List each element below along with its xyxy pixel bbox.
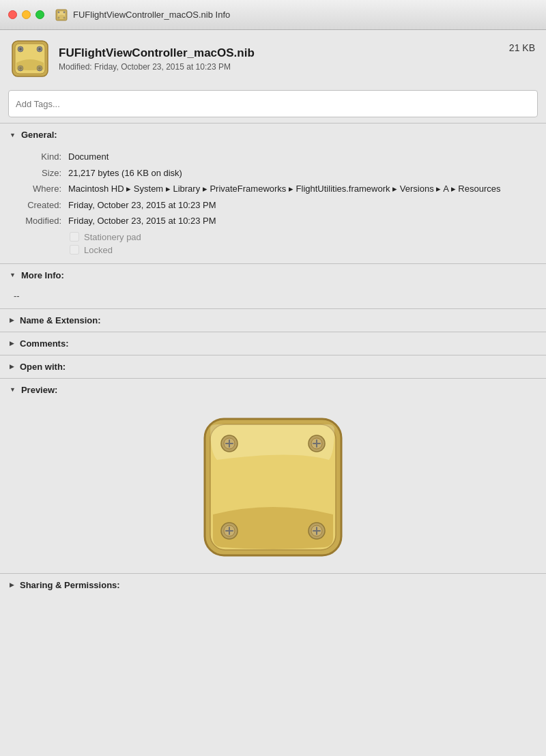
svg-point-3: [63, 11, 65, 12]
section-header-name-ext[interactable]: ▶ Name & Extension:: [0, 309, 546, 332]
triangle-right-icon-comments: ▶: [10, 340, 14, 347]
table-row: Where: Macintosh HD ▸ System ▸ Library ▸…: [11, 181, 535, 197]
field-value-created: Friday, October 23, 2015 at 10:23 PM: [66, 197, 535, 214]
section-header-preview[interactable]: ▼ Preview:: [0, 379, 546, 401]
section-title-more-info: More Info:: [21, 270, 64, 280]
file-modified: Modified: Friday, October 23, 2015 at 10…: [59, 62, 500, 72]
close-button[interactable]: [8, 10, 17, 19]
tags-input[interactable]: [8, 90, 538, 117]
section-title-sharing: Sharing & Permissions:: [20, 580, 120, 590]
field-value-where: Macintosh HD ▸ System ▸ Library ▸ Privat…: [66, 181, 535, 197]
field-value-kind: Document: [66, 149, 535, 165]
section-header-general[interactable]: ▼ General:: [0, 123, 546, 146]
locked-row: Locked: [70, 245, 535, 255]
file-icon: [11, 40, 49, 78]
section-title-name-ext: Name & Extension:: [20, 315, 100, 325]
file-name: FUFlightViewController_macOS.nib: [59, 46, 500, 61]
field-value-size: 21,217 bytes (16 KB on disk): [66, 165, 535, 181]
maximize-button[interactable]: [35, 10, 44, 19]
triangle-down-icon: ▼: [10, 132, 16, 139]
file-info: FUFlightViewController_macOS.nib Modifie…: [59, 46, 500, 72]
table-row: Size: 21,217 bytes (16 KB on disk): [11, 165, 535, 181]
main-content: FUFlightViewController_macOS.nib Modifie…: [0, 30, 546, 756]
tags-section: [0, 86, 546, 123]
titlebar: FUFlightViewController_macOS.nib Info: [0, 0, 546, 30]
triangle-right-icon-sharing: ▶: [10, 581, 14, 588]
file-size: 21 KB: [509, 40, 535, 53]
field-key-size: Size:: [11, 165, 66, 181]
field-value-modified: Friday, October 23, 2015 at 10:23 PM: [66, 213, 535, 229]
triangle-down-icon-preview: ▼: [10, 386, 16, 393]
field-key-kind: Kind:: [11, 149, 66, 165]
triangle-down-icon-more: ▼: [10, 272, 16, 278]
triangle-right-icon-open: ▶: [10, 363, 14, 370]
more-info-text: --: [14, 291, 20, 301]
traffic-lights: [8, 10, 44, 19]
locked-checkbox[interactable]: [70, 245, 79, 255]
field-key-created: Created:: [11, 197, 66, 214]
section-body-general: Kind: Document Size: 21,217 bytes (16 KB…: [0, 146, 546, 263]
section-title-general: General:: [21, 130, 57, 140]
section-title-open-with: Open with:: [20, 362, 66, 372]
file-icon-svg: [11, 40, 49, 78]
preview-body: [0, 401, 546, 573]
section-title-comments: Comments:: [20, 338, 69, 349]
section-header-comments[interactable]: ▶ Comments:: [0, 332, 546, 355]
section-header-open-with[interactable]: ▶ Open with:: [0, 355, 546, 378]
stationery-row: Stationery pad: [70, 232, 535, 242]
titlebar-file-icon: [55, 9, 68, 21]
triangle-right-icon-name: ▶: [10, 317, 14, 323]
preview-icon: [198, 412, 348, 562]
table-row: Kind: Document: [11, 149, 535, 165]
stationery-checkbox[interactable]: [70, 232, 79, 242]
minimize-button[interactable]: [22, 10, 31, 19]
general-info-table: Kind: Document Size: 21,217 bytes (16 KB…: [11, 149, 535, 229]
file-header: FUFlightViewController_macOS.nib Modifie…: [0, 30, 546, 86]
section-header-more-info[interactable]: ▼ More Info:: [0, 264, 546, 287]
table-row: Created: Friday, October 23, 2015 at 10:…: [11, 197, 535, 214]
field-key-where: Where:: [11, 181, 66, 197]
field-key-modified: Modified:: [11, 213, 66, 229]
svg-point-2: [58, 11, 59, 12]
locked-label: Locked: [84, 245, 113, 255]
titlebar-title: FUFlightViewController_macOS.nib Info: [73, 10, 230, 20]
stationery-label: Stationery pad: [84, 232, 141, 242]
section-title-preview: Preview:: [21, 385, 57, 395]
more-info-body: --: [0, 287, 546, 308]
section-header-sharing[interactable]: ▶ Sharing & Permissions:: [0, 574, 546, 596]
table-row: Modified: Friday, October 23, 2015 at 10…: [11, 213, 535, 229]
